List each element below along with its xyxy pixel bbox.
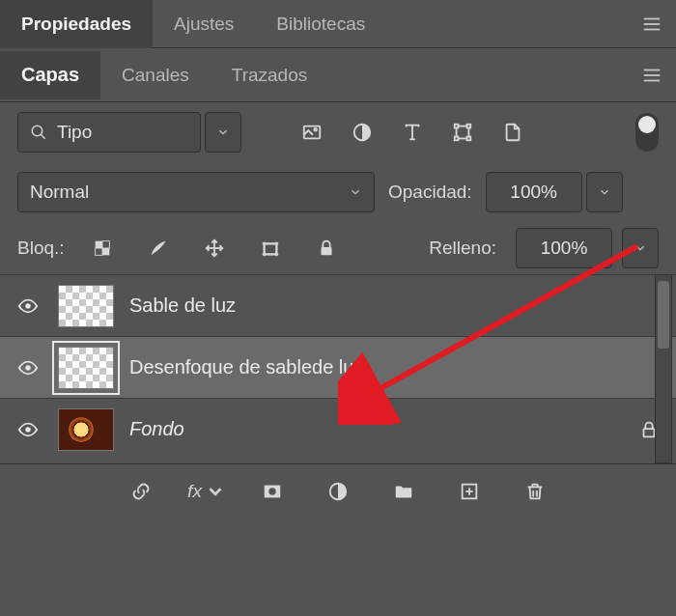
folder-icon — [393, 481, 414, 502]
fill-dropdown[interactable] — [622, 228, 659, 268]
svg-rect-18 — [95, 241, 101, 248]
blend-mode-value: Normal — [30, 182, 89, 203]
new-layer-button[interactable] — [451, 473, 488, 510]
chevron-down-icon — [216, 126, 230, 139]
layer-scrollbar-thumb[interactable] — [658, 281, 669, 349]
tab-bibliotecas[interactable]: Bibliotecas — [255, 0, 386, 48]
svg-point-9 — [314, 128, 317, 131]
lock-label: Bloq.: — [17, 238, 65, 259]
layer-filter-text: Tipo — [57, 122, 92, 143]
layer-row[interactable]: Sable de luz — [0, 274, 676, 336]
svg-rect-15 — [467, 125, 471, 128]
eye-icon — [17, 419, 39, 440]
svg-rect-20 — [102, 241, 109, 248]
layer-filter-dropdown[interactable] — [205, 112, 241, 153]
lock-pixels-icon[interactable] — [140, 230, 177, 266]
layer-filter-search[interactable]: Tipo — [17, 112, 201, 153]
svg-rect-16 — [455, 137, 459, 141]
add-adjustment-button[interactable] — [320, 473, 356, 510]
new-icon — [459, 481, 480, 502]
layer-filter-row: Tipo — [0, 102, 676, 162]
opacity-label: Opacidad: — [388, 182, 472, 203]
add-mask-button[interactable] — [254, 473, 291, 510]
visibility-toggle[interactable] — [14, 295, 42, 317]
svg-rect-27 — [321, 247, 331, 255]
visibility-toggle[interactable] — [14, 419, 42, 440]
layer-thumbnail[interactable] — [58, 285, 114, 327]
svg-rect-21 — [95, 248, 101, 255]
svg-rect-17 — [467, 137, 471, 141]
layer-thumbnail[interactable] — [58, 347, 114, 389]
svg-rect-14 — [455, 125, 459, 128]
opacity-value-text: 100% — [510, 182, 557, 203]
layers-panel-menu-icon[interactable] — [628, 51, 676, 99]
layer-thumbnail[interactable] — [58, 408, 114, 451]
layers-footer: fx — [0, 463, 676, 518]
layer-name[interactable]: Fondo — [129, 418, 620, 440]
mask-icon — [262, 481, 283, 502]
trash-icon — [524, 481, 546, 502]
tab-capas[interactable]: Capas — [0, 51, 100, 99]
chevron-down-icon — [598, 185, 611, 199]
lock-all-icon[interactable] — [308, 230, 345, 266]
svg-point-33 — [268, 488, 275, 494]
chevron-down-icon — [634, 241, 647, 255]
layer-list: Sable de luz Desenfoque de sablede luz F… — [0, 274, 676, 463]
filter-smartobject-icon[interactable] — [494, 114, 531, 151]
new-group-button[interactable] — [385, 473, 422, 510]
delete-layer-button[interactable] — [517, 473, 553, 510]
fx-icon: fx — [187, 481, 226, 502]
tab-canales[interactable]: Canales — [100, 51, 211, 99]
filter-pixel-icon[interactable] — [294, 114, 330, 151]
link-icon — [130, 481, 152, 502]
blend-mode-select[interactable]: Normal — [17, 172, 375, 212]
tab-trazados[interactable]: Trazados — [211, 51, 329, 99]
blend-mode-row: Normal Opacidad: 100% — [0, 162, 676, 222]
eye-icon — [17, 357, 39, 378]
layer-name[interactable]: Sable de luz — [129, 294, 662, 317]
layers-panel-tabbar: Capas Canales Trazados — [0, 48, 676, 102]
eye-icon — [17, 295, 39, 317]
svg-point-29 — [25, 365, 31, 371]
fill-value-input[interactable]: 100% — [516, 228, 612, 268]
filter-type-icon[interactable] — [394, 114, 431, 151]
filter-toggle-switch[interactable] — [635, 113, 659, 152]
tab-ajustes[interactable]: Ajustes — [153, 0, 255, 48]
svg-point-28 — [25, 303, 31, 309]
svg-rect-31 — [644, 429, 655, 436]
lock-row: Bloq.: Relleno: 100% — [0, 222, 676, 274]
svg-point-30 — [25, 427, 31, 433]
svg-line-7 — [41, 134, 45, 139]
svg-point-6 — [32, 126, 42, 136]
tab-propiedades[interactable]: Propiedades — [0, 0, 153, 48]
chevron-down-icon — [349, 185, 362, 199]
svg-rect-22 — [264, 243, 276, 254]
link-layers-button[interactable] — [123, 473, 159, 510]
filter-adjustment-icon[interactable] — [344, 114, 380, 151]
lock-position-icon[interactable] — [196, 230, 233, 266]
layer-scrollbar[interactable] — [655, 274, 672, 463]
search-icon — [30, 124, 47, 141]
properties-panel-tabbar: Propiedades Ajustes Bibliotecas — [0, 0, 676, 48]
visibility-toggle[interactable] — [14, 357, 42, 378]
layer-row[interactable]: Fondo — [0, 398, 676, 460]
layer-row[interactable]: Desenfoque de sablede luz — [0, 336, 676, 398]
adjustment-icon — [327, 481, 349, 502]
svg-rect-19 — [102, 248, 109, 255]
lock-transparency-icon[interactable] — [84, 230, 121, 266]
lock-artboard-icon[interactable] — [252, 230, 289, 266]
filter-shape-icon[interactable] — [444, 114, 481, 151]
panel-menu-icon[interactable] — [628, 0, 676, 48]
opacity-dropdown[interactable] — [586, 172, 623, 212]
layer-name[interactable]: Desenfoque de sablede luz — [129, 356, 662, 378]
opacity-value-input[interactable]: 100% — [486, 172, 582, 212]
fill-label: Relleno: — [429, 238, 496, 259]
layer-effects-button[interactable]: fx — [188, 473, 225, 510]
fill-value-text: 100% — [541, 238, 588, 259]
